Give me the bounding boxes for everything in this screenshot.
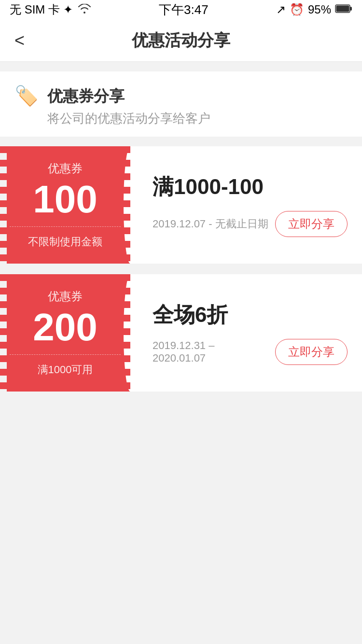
share-button-0[interactable]: 立即分享 [275,211,348,237]
coupon-list: 优惠券 100 不限制使用金额 满1000-100 2019.12.07 - 无… [0,146,362,392]
coupon-date-0: 2019.12.07 - 无截止日期 [153,217,270,231]
coupon-card: 优惠券 100 不限制使用金额 满1000-100 2019.12.07 - 无… [0,146,362,264]
coupon-name-1: 全场6折 [153,301,348,329]
coupon-divider-0 [10,226,121,227]
coupon-amount-0: 100 [33,180,97,219]
section-title: 优惠券分享 [47,86,210,107]
location-icon: ↗ [276,3,286,16]
coupon-name-0: 满1000-100 [153,173,348,201]
signal-text: 无 SIM 卡 ✦ [10,2,73,17]
coupon-left-1: 优惠券 200 满1000可用 [0,274,130,392]
share-button-1[interactable]: 立即分享 [275,339,348,365]
status-bar: 无 SIM 卡 ✦ 下午3:47 ↗ ⏰ 95% [0,0,362,19]
battery-percent: 95% [308,3,331,16]
back-button[interactable]: < [14,30,25,51]
coupon-label-1: 优惠券 [48,289,83,304]
coupon-card: 优惠券 200 满1000可用 全场6折 2019.12.31 – 2020.0… [0,274,362,392]
section-subtitle: 将公司的优惠活动分享给客户 [47,110,210,127]
coupon-amount-1: 200 [33,308,97,347]
coupon-date-1: 2019.12.31 – 2020.01.07 [153,339,270,364]
section-text: 优惠券分享 将公司的优惠活动分享给客户 [47,86,210,127]
coupon-meta-1: 2019.12.31 – 2020.01.07 立即分享 [153,339,348,365]
coupon-separator [0,265,362,274]
nav-bar: < 优惠活动分享 [0,19,362,62]
svg-rect-1 [350,7,352,11]
coupon-condition-0: 不限制使用金额 [28,235,102,249]
coupon-meta-0: 2019.12.07 - 无截止日期 立即分享 [153,211,348,237]
alarm-icon: ⏰ [290,3,304,16]
coupon-label-0: 优惠券 [48,161,83,176]
bottom-area [0,392,362,634]
status-right: ↗ ⏰ 95% [276,3,352,16]
coupon-condition-1: 满1000可用 [38,363,93,377]
status-left: 无 SIM 卡 ✦ [10,2,91,17]
section-header: 🏷️ 优惠券分享 将公司的优惠活动分享给客户 [0,71,362,137]
coupon-share-icon: 🏷️ [14,86,40,111]
page-title: 优惠活动分享 [132,29,230,52]
coupon-divider-1 [10,354,121,355]
status-time: 下午3:47 [159,1,209,18]
battery-icon [335,3,352,16]
coupon-left-0: 优惠券 100 不限制使用金额 [0,146,130,264]
wifi-icon [78,3,91,16]
svg-rect-2 [336,6,349,12]
coupon-right-0: 满1000-100 2019.12.07 - 无截止日期 立即分享 [130,146,362,264]
coupon-right-1: 全场6折 2019.12.31 – 2020.01.07 立即分享 [130,274,362,392]
